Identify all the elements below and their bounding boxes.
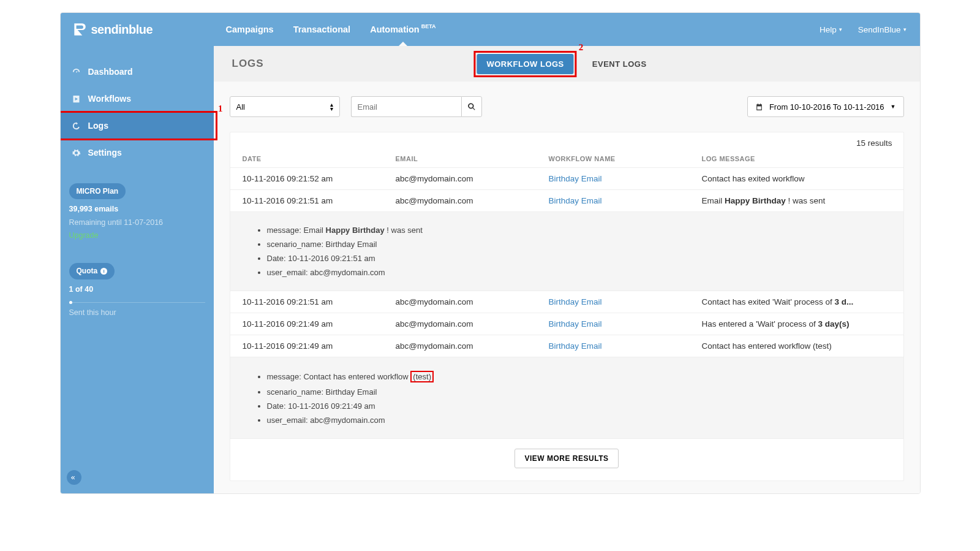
brand-text: sendinblue [91,23,153,37]
table-header: DATE EMAIL WORKFLOW NAME LOG MESSAGE [230,150,903,168]
collapse-sidebar-button[interactable] [67,470,81,485]
account-menu[interactable]: SendInBlue▾ [858,25,907,34]
detail-line: user_email: abc@mydomain.com [267,413,879,427]
plan-box: MICRO Plan 39,993 emails Remaining until… [69,183,205,242]
date-range-picker[interactable]: From 10-10-2016 To 10-11-2016 ▼ [747,96,904,117]
quota-badge: Quota i [69,263,115,279]
chevron-left-icon [70,474,77,481]
page-title: LOGS [232,58,264,70]
col-header-message: LOG MESSAGE [702,155,891,162]
dashboard-icon [72,67,81,77]
workflow-link[interactable]: Birthday Email [549,319,602,329]
view-more-button[interactable]: VIEW MORE RESULTS [514,449,619,468]
nav-transactional[interactable]: Transactional [293,13,350,46]
row-detail: message: Contact has entered workflow (t… [230,357,903,439]
help-menu[interactable]: Help▾ [820,25,842,34]
workflow-link[interactable]: Birthday Email [549,196,602,205]
log-table: DATE EMAIL WORKFLOW NAME LOG MESSAGE 10-… [230,150,903,439]
sendinblue-icon [72,21,88,37]
detail-line: Date: 10-11-2016 09:21:49 am [267,399,879,413]
nav-automation-label: Automation [370,25,420,34]
brand-logo[interactable]: sendinblue [72,21,214,37]
topbar: sendinblue Campaigns Transactional Autom… [61,13,920,46]
app-window: sendinblue Campaigns Transactional Autom… [60,12,921,494]
main: LOGS WORKFLOW LOGS 2 EVENT LOGS All ▴▾ [214,46,920,493]
annotation-highlight-test: (test) [410,371,434,382]
annotation-highlight-1 [60,111,217,140]
toptools: Help▾ SendInBlue▾ [820,25,920,34]
sidebar-items: Dashboard Workflows Logs 1 Settings [61,46,214,166]
nav-campaigns[interactable]: Campaigns [226,13,274,46]
quota-progress [69,302,205,303]
tab-event-logs[interactable]: EVENT LOGS [582,54,657,74]
table-row[interactable]: 10-11-2016 09:21:52 am abc@mydomain.com … [230,168,903,190]
calendar-icon [755,103,763,111]
select-chevron-icon: ▴▾ [330,102,333,111]
sidebar-item-label: Logs [88,121,108,131]
workflow-link[interactable]: Birthday Email [549,174,602,183]
row-detail: message: Email Happy Birthday ! was sent… [230,212,903,291]
filter-select[interactable]: All ▴▾ [230,96,340,117]
detail-line: message: Email Happy Birthday ! was sent [267,223,879,237]
detail-line: user_email: abc@mydomain.com [267,265,879,279]
quota-count: 1 of 40 [69,283,205,296]
view-more-wrap: VIEW MORE RESULTS [230,439,903,481]
sidebar: Dashboard Workflows Logs 1 Settings [61,46,214,493]
col-header-workflow: WORKFLOW NAME [549,155,702,162]
topnav: Campaigns Transactional Automation BETA [226,13,436,46]
sidebar-item-dashboard[interactable]: Dashboard [61,58,214,85]
chevron-down-icon: ▼ [891,104,896,110]
info-icon: i [100,268,107,275]
upgrade-link[interactable]: Upgrade [69,229,205,242]
email-search-group [351,96,482,117]
detail-line: scenario_name: Birthday Email [267,237,879,251]
annotation-number-1: 1 [218,104,223,114]
sidebar-item-label: Settings [88,148,122,158]
gear-icon [72,148,81,158]
sidebar-item-settings[interactable]: Settings [61,139,214,166]
quota-sent-label: Sent this hour [69,306,205,319]
workflow-link[interactable]: Birthday Email [549,341,602,351]
sidebar-item-workflows[interactable]: Workflows [61,85,214,112]
tab-workflow-logs[interactable]: WORKFLOW LOGS 2 [477,54,573,74]
sidebar-item-logs[interactable]: Logs 1 [61,112,214,139]
filter-bar: All ▴▾ From 10-10-2016 To 10-11-2016 ▼ [214,82,920,117]
plan-badge: MICRO Plan [69,183,126,199]
chevron-down-icon: ▾ [839,26,842,32]
body: Dashboard Workflows Logs 1 Settings [61,46,920,493]
table-row[interactable]: 10-11-2016 09:21:51 am abc@mydomain.com … [230,190,903,212]
table-row[interactable]: 10-11-2016 09:21:49 am abc@mydomain.com … [230,313,903,335]
table-row[interactable]: 10-11-2016 09:21:49 am abc@mydomain.com … [230,335,903,357]
detail-line: Date: 10-11-2016 09:21:51 am [267,251,879,265]
annotation-number-2: 2 [579,42,584,53]
table-row[interactable]: 10-11-2016 09:21:51 am abc@mydomain.com … [230,291,903,313]
sidebar-item-label: Workflows [88,94,132,104]
detail-line: message: Contact has entered workflow (t… [267,368,879,385]
search-icon [467,102,476,111]
results-panel: 15 results DATE EMAIL WORKFLOW NAME LOG … [230,132,904,481]
history-icon [72,121,81,131]
detail-line: scenario_name: Birthday Email [267,385,879,399]
sidebar-item-label: Dashboard [88,67,133,77]
plan-emails: 39,993 emails [69,203,205,216]
chevron-down-icon: ▾ [903,26,907,32]
results-count: 15 results [230,132,903,150]
beta-badge: BETA [421,23,436,29]
col-header-date: DATE [243,155,396,162]
quota-box: Quota i 1 of 40 Sent this hour [69,263,205,319]
search-button[interactable] [461,96,482,117]
subtabs: WORKFLOW LOGS 2 EVENT LOGS [477,54,656,74]
play-icon [72,94,81,104]
plan-remaining: Remaining until 11-07-2016 [69,216,205,229]
annotation-highlight-2 [473,51,576,77]
workflow-link[interactable]: Birthday Email [549,297,602,306]
email-input[interactable] [351,96,461,117]
nav-automation[interactable]: Automation BETA [370,13,435,46]
col-header-email: EMAIL [396,155,549,162]
subheader: LOGS WORKFLOW LOGS 2 EVENT LOGS [214,46,920,82]
